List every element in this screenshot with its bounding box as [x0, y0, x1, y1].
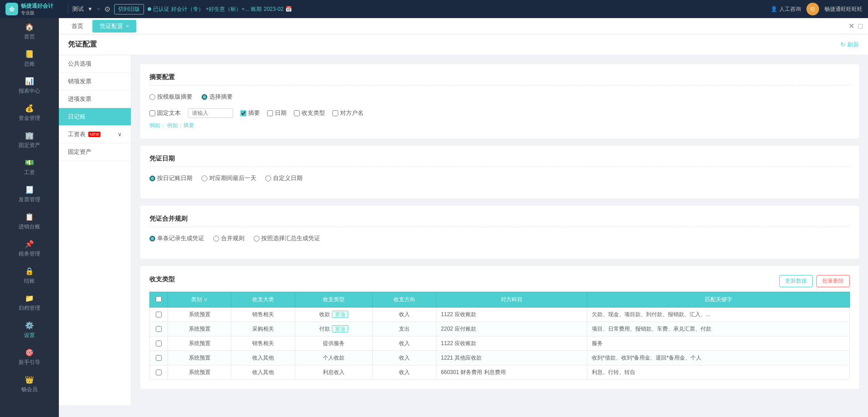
row-checkbox[interactable]	[156, 370, 162, 375]
summary-radio-template[interactable]: 按模板版摘要	[149, 93, 192, 101]
window-close-icon[interactable]: ✕	[849, 22, 854, 30]
merge-single[interactable]: 单条记录生成凭证	[149, 234, 204, 242]
row-checkbox[interactable]	[156, 312, 162, 317]
fixed-text-input[interactable]	[188, 108, 233, 118]
left-nav-journal[interactable]: 日记账	[59, 108, 131, 126]
cell-direction: 收入	[373, 336, 436, 351]
merge-rule-input[interactable]	[213, 236, 219, 242]
cell-counter-subject: 2202 应付账款	[436, 322, 587, 336]
sidebar-label-closing: 结账	[24, 277, 35, 285]
sidebar-label-invoice: 发票管理	[19, 196, 40, 204]
status-certified: 已认证 好会计（专） +好生意（标）+... 账期 2023-02 📅	[148, 5, 292, 13]
sidebar-item-assets[interactable]: 🏢 固定资产	[0, 127, 59, 154]
switch-old-btn[interactable]: 切到旧版	[114, 4, 144, 14]
date-checkbox-item[interactable]: 日期	[267, 109, 287, 117]
top-tag[interactable]: 置顶	[332, 325, 348, 332]
batch-delete-btn[interactable]: 批量删除	[816, 275, 850, 287]
ledger-icon: 📒	[25, 50, 34, 58]
summary-config-section: 摘要配置 按模板版摘要 选择摘要	[140, 64, 859, 138]
capital-icon: 💰	[25, 104, 34, 113]
new-badge: NEW	[88, 132, 101, 137]
summary-radio-template-input[interactable]	[149, 94, 155, 100]
payroll-arrow[interactable]: ∨	[118, 131, 122, 137]
col-counter-subject: 对方科目	[436, 292, 587, 308]
sidebar-item-archive[interactable]: 📁 归档管理	[0, 289, 59, 317]
voucher-date-section: 凭证日期 按日记账日期 对应期间最后一天	[140, 146, 859, 199]
window-maximize-icon[interactable]: □	[858, 22, 863, 30]
add-icon[interactable]: +	[96, 5, 101, 13]
row-checkbox[interactable]	[156, 355, 162, 361]
merge-select-total-input[interactable]	[254, 236, 259, 242]
sidebar-item-member[interactable]: 👑 畅会员	[0, 371, 59, 398]
left-nav-public[interactable]: 公共选项	[59, 55, 131, 73]
left-nav-fixed-assets[interactable]: 固定资产	[59, 143, 131, 161]
table-row: 系统预置 收入其他 个人收款 收入 1221 其他应收款 收到*借款、收到*备用…	[150, 351, 850, 365]
update-data-btn[interactable]: 更新数据	[779, 275, 813, 287]
sidebar-item-salary[interactable]: 💵 工资	[0, 154, 59, 181]
tab-close-icon[interactable]: ×	[126, 23, 129, 29]
fixed-text-item[interactable]: 固定文本	[149, 109, 181, 117]
summary-checkbox[interactable]	[240, 110, 246, 116]
summary-checkbox-item[interactable]: 摘要	[240, 109, 260, 117]
fixed-text-label: 固定文本	[157, 109, 181, 117]
sidebar-item-guide[interactable]: 🎯 新手引导	[0, 344, 59, 371]
left-nav-fixed-assets-label: 固定资产	[68, 148, 91, 156]
tab-voucher-config[interactable]: 凭证配置 ×	[92, 20, 136, 33]
sidebar-item-closing[interactable]: 🔒 结账	[0, 262, 59, 289]
voucher-date-custom[interactable]: 自定义日期	[265, 174, 302, 182]
cell-direction: 收入	[373, 351, 436, 365]
counterpart-checkbox-item[interactable]: 对方户名	[332, 109, 364, 117]
page-container: 凭证配置 ↻ 刷新 公共选项 销项发票 进项发票	[59, 34, 868, 417]
voucher-date-journal[interactable]: 按日记账日期	[149, 174, 192, 182]
voucher-date-period-last-input[interactable]	[201, 175, 207, 181]
test-arrow[interactable]: ▼	[87, 6, 93, 12]
merge-single-input[interactable]	[149, 236, 155, 242]
sidebar-item-ledger[interactable]: 📒 总账	[0, 45, 59, 72]
tax-icon: 📌	[25, 240, 34, 248]
date-checkbox[interactable]	[267, 110, 273, 116]
sidebar-item-home[interactable]: 🏠 首页	[0, 18, 59, 45]
left-nav-purchase-invoice[interactable]: 进项发票	[59, 90, 131, 108]
settings-icon[interactable]: ⚙	[104, 5, 110, 14]
sidebar-item-purchase[interactable]: 📋 进销台账	[0, 208, 59, 235]
logo-icon: 会	[5, 3, 18, 15]
user-avatar[interactable]: 旺	[806, 3, 819, 15]
voucher-date-journal-input[interactable]	[149, 175, 155, 181]
fixed-text-checkbox[interactable]	[149, 110, 155, 116]
voucher-date-custom-input[interactable]	[265, 175, 271, 181]
sidebar-label-archive: 归档管理	[19, 304, 40, 312]
cell-direction: 支出	[373, 322, 436, 336]
row-checkbox[interactable]	[156, 341, 162, 346]
left-nav-payroll[interactable]: 工资表 NEW ∨	[59, 126, 131, 143]
salary-icon: 💵	[25, 158, 34, 167]
row-checkbox[interactable]	[156, 326, 162, 332]
summary-radio-template-label: 按模板版摘要	[157, 93, 192, 101]
counterpart-checkbox[interactable]	[332, 110, 338, 116]
summary-radio-select-input[interactable]	[201, 94, 207, 100]
voucher-date-period-last[interactable]: 对应期间最后一天	[201, 174, 256, 182]
home-icon: 🏠	[25, 23, 34, 31]
support-btn[interactable]: 👤 人工咨询	[771, 5, 801, 13]
tab-home[interactable]: 首页	[64, 20, 91, 33]
sidebar-item-reports[interactable]: 📊 报表中心	[0, 72, 59, 100]
sidebar-item-tax[interactable]: 📌 税务管理	[0, 235, 59, 262]
type-checkbox[interactable]	[294, 110, 300, 116]
select-all-checkbox[interactable]	[156, 296, 162, 302]
left-nav-sales-invoice[interactable]: 销项发票	[59, 73, 131, 90]
counterpart-checkbox-label: 对方户名	[340, 109, 364, 117]
sidebar-item-invoice[interactable]: 🧾 发票管理	[0, 181, 59, 208]
cell-type: 利息收入	[295, 365, 373, 380]
voucher-date-journal-label: 按日记账日期	[157, 174, 192, 182]
summary-radio-select[interactable]: 选择摘要	[201, 93, 233, 101]
top-tag[interactable]: 置顶	[332, 311, 348, 318]
assets-icon: 🏢	[25, 131, 34, 140]
sidebar-label-salary: 工资	[24, 169, 35, 176]
good-business-label: +好生意（标）+...	[206, 5, 249, 13]
merge-rule[interactable]: 合并规则	[213, 234, 245, 242]
refresh-btn[interactable]: ↻ 刷新	[840, 41, 859, 49]
sidebar-item-settings[interactable]: ⚙️ 设置	[0, 317, 59, 344]
type-checkbox-item[interactable]: 收支类型	[294, 109, 325, 117]
sidebar-item-capital[interactable]: 💰 资金管理	[0, 100, 59, 127]
calendar-icon[interactable]: 📅	[285, 6, 292, 12]
merge-select-total[interactable]: 按照选择汇总生成凭证	[254, 234, 320, 242]
